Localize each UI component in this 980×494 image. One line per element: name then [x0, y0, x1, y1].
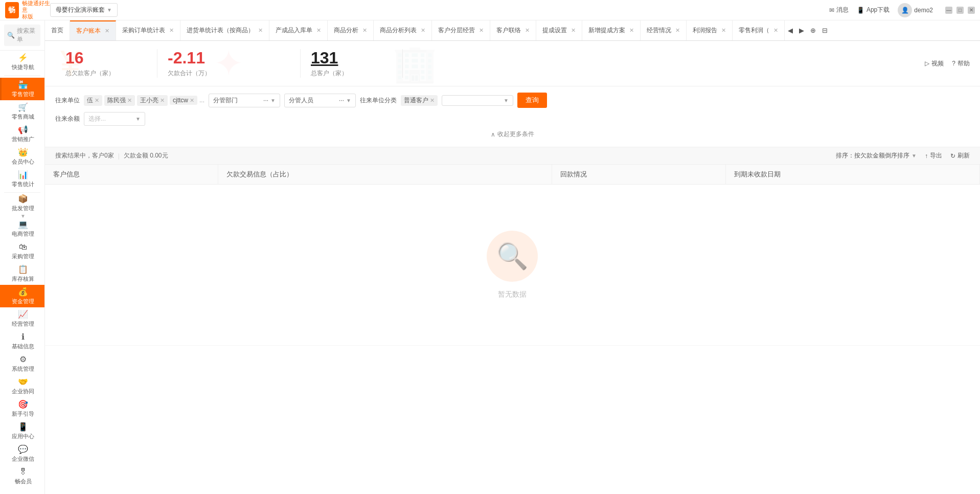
sidebar-item-app-center[interactable]: 📱 应用中心 [0, 420, 44, 442]
sidebar-item-wholesale[interactable]: 📦 批发管理 ▼ [0, 195, 44, 217]
tab-close-icon-10[interactable]: ✕ [629, 27, 634, 34]
tab-product-analysis[interactable]: 商品分析 ✕ [328, 20, 374, 41]
stat-bg-icon-2: ✦ [214, 42, 244, 84]
tab-profit-report[interactable]: 利润报告 ✕ [687, 20, 733, 41]
dept-dropdown-icon: ▼ [270, 98, 276, 103]
tab-close-icon-12[interactable]: ✕ [721, 27, 726, 34]
tab-customer-contact[interactable]: 客户联络 ✕ [490, 20, 536, 41]
tab-add-commission[interactable]: 新增提成方案 ✕ [582, 20, 641, 41]
maximize-btn[interactable]: □ [956, 7, 964, 14]
export-btn[interactable]: ↑ 导出 [925, 151, 942, 160]
collapse-filter-btn[interactable]: ∧ 收起更多条件 [55, 130, 970, 139]
sidebar-item-operations[interactable]: 📈 经营管理 [0, 307, 44, 330]
tab-close-icon-8[interactable]: ✕ [525, 27, 530, 34]
tag-remove-wang[interactable]: ✕ [160, 97, 165, 104]
tab-collapse-btn[interactable]: ⊟ [819, 20, 831, 41]
retail-mall-icon: 🛒 [18, 102, 28, 112]
tab-close-icon-4[interactable]: ✕ [316, 27, 321, 34]
sidebar-item-inventory[interactable]: 📋 库存核算 [0, 262, 44, 285]
new-guide-icon: 🎯 [18, 399, 28, 409]
message-icon: ✉ [829, 7, 834, 14]
tab-purchase-stats-by-product[interactable]: 进货单统计表（按商品） ✕ [180, 20, 269, 41]
search-icon: 🔍 [7, 32, 15, 39]
app-download-btn[interactable]: 📱 App下载 [857, 6, 890, 14]
tab-close-icon-9[interactable]: ✕ [571, 27, 576, 34]
sidebar-item-member-center[interactable]: 👑 会员中心 [0, 145, 44, 168]
account-dropdown[interactable]: 母婴行业演示账套 ▼ [50, 3, 118, 17]
tab-product-analysis-list[interactable]: 商品分析列表 ✕ [374, 20, 432, 41]
minimize-btn[interactable]: — [945, 7, 952, 14]
balance-filter-select[interactable]: 选择... ▼ [84, 112, 145, 126]
tab-more-btn[interactable]: ⊕ [807, 20, 819, 41]
sidebar-item-purchase[interactable]: 🛍 采购管理 [0, 240, 44, 262]
table-wrapper: 客户信息 欠款交易信息（占比） 回款情况 到期未收款日期 🔍 暂无数据 [45, 165, 980, 494]
sidebar-item-vip[interactable]: 🎖 畅会员 [0, 465, 44, 487]
app-center-icon: 📱 [18, 422, 28, 432]
filter-tag-normal-customer: 普通客户 ✕ [401, 95, 438, 106]
sidebar-item-ecommerce[interactable]: 💻 电商管理 [0, 217, 44, 240]
sidebar-item-finance[interactable]: 💰 资金管理 [0, 285, 44, 307]
dept-filter-select[interactable]: 分管部门 ··· ▼ [209, 94, 280, 107]
sidebar-search-btn[interactable]: 🔍 搜索菜单 [4, 25, 40, 46]
help-btn[interactable]: ? 帮助 [952, 59, 970, 68]
col-customer-info: 客户信息 [45, 165, 218, 185]
category-filter-select[interactable]: ▼ [442, 95, 513, 106]
sidebar-item-quick-nav[interactable]: ⚡ 快捷导航 [0, 51, 44, 73]
sidebar-item-wechat[interactable]: 💬 企业微信 [0, 442, 44, 465]
col-owed-transaction: 欠款交易信息（占比） [218, 165, 552, 185]
tag-remove-normal[interactable]: ✕ [430, 97, 435, 104]
table-header-row: 客户信息 欠款交易信息（占比） 回款情况 到期未收款日期 [45, 165, 980, 185]
sidebar-item-marketing[interactable]: 📢 营销推广 [0, 123, 44, 145]
video-icon: ▷ [925, 60, 929, 67]
sidebar-item-new-guide[interactable]: 🎯 新手引导 [0, 397, 44, 420]
sidebar-item-system[interactable]: ⚙ 系统管理 [0, 352, 44, 375]
stat-bg-icon-1: ¥ [60, 43, 80, 84]
sort-select[interactable]: 排序：按欠款金额倒序排序 ▼ [836, 151, 917, 160]
sidebar-item-retail-stats[interactable]: 📊 零售统计 [0, 168, 44, 190]
sidebar: 🔍 搜索菜单 ⚡ 快捷导航 🏪 零售管理 🛒 零售商城 📢 营销推广 [0, 20, 45, 494]
help-icon: ? [952, 60, 955, 67]
person-dropdown-icon: ▼ [346, 98, 351, 103]
filter-more-tags-btn[interactable]: ... [199, 97, 204, 104]
wechat-icon: 💬 [18, 444, 28, 454]
tag-remove-cjttcw[interactable]: ✕ [190, 97, 194, 104]
query-button[interactable]: 查询 [517, 93, 547, 108]
tab-business-status[interactable]: 经营情况 ✕ [641, 20, 687, 41]
tab-close-icon-3[interactable]: ✕ [258, 27, 263, 34]
tab-commission-settings[interactable]: 提成设置 ✕ [536, 20, 582, 41]
refresh-btn[interactable]: ↻ 刷新 [950, 151, 970, 160]
tab-home[interactable]: 首页 [45, 20, 70, 41]
tab-purchase-order-stats[interactable]: 采购订单统计表 ✕ [116, 20, 180, 41]
sidebar-item-corp-collab[interactable]: 🤝 企业协同 [0, 375, 44, 397]
video-help-btn[interactable]: ▷ 视频 [925, 59, 944, 68]
logo-icon: 畅 [5, 2, 19, 18]
tab-close-icon-6[interactable]: ✕ [421, 27, 425, 34]
tab-close-icon[interactable]: ✕ [105, 28, 109, 34]
tab-product-inbound[interactable]: 产成品入库单 ✕ [269, 20, 328, 41]
tab-customer-ledger[interactable]: 客户账本 ✕ [70, 20, 116, 41]
purchase-icon: 🛍 [19, 242, 27, 252]
tab-close-icon-5[interactable]: ✕ [362, 27, 367, 34]
tab-close-icon-13[interactable]: ✕ [773, 27, 778, 34]
person-filter-select[interactable]: 分管人员 ··· ▼ [284, 94, 356, 107]
sidebar-item-retail-mgmt[interactable]: 🏪 零售管理 [0, 78, 44, 100]
sidebar-item-retail-mall[interactable]: 🛒 零售商城 [0, 100, 44, 123]
tab-nav-left-btn[interactable]: ◀ [785, 20, 796, 41]
balance-dropdown-icon: ▼ [135, 116, 141, 122]
tab-close-icon-7[interactable]: ✕ [479, 27, 484, 34]
tab-close-icon-11[interactable]: ✕ [675, 27, 680, 34]
tab-close-icon-2[interactable]: ✕ [169, 27, 174, 34]
user-profile-btn[interactable]: 👤 demo2 [898, 3, 933, 17]
window-controls: — □ ✕ [941, 7, 975, 14]
tag-remove-chen[interactable]: ✕ [127, 97, 132, 104]
tab-nav-right-btn[interactable]: ▶ [796, 20, 807, 41]
tab-retail-profit[interactable]: 零售利润（ ✕ [733, 20, 785, 41]
person-filter-more-icon: ··· [339, 97, 344, 104]
tag-remove-wu[interactable]: ✕ [95, 97, 99, 104]
message-btn[interactable]: ✉ 消息 [829, 6, 849, 14]
tab-customer-segment[interactable]: 客户分层经营 ✕ [432, 20, 490, 41]
close-btn[interactable]: ✕ [968, 7, 975, 14]
empty-illustration: 🔍 [487, 231, 538, 282]
sidebar-item-basic-info[interactable]: ℹ 基础信息 [0, 330, 44, 352]
export-icon: ↑ [925, 152, 928, 160]
